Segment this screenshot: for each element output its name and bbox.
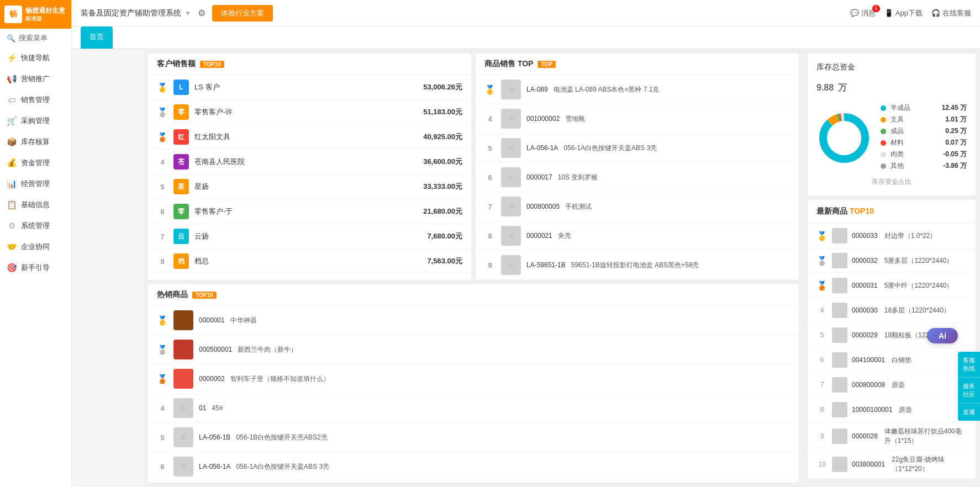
guide-icon: 🎯	[7, 263, 17, 273]
table-row: 🥈 零 零售客户-许 51,183.00元	[148, 100, 471, 125]
product-name: 智利车子里（规格不知道填什么）	[230, 374, 790, 384]
product-image	[832, 377, 847, 393]
rank-number: 8	[816, 406, 828, 414]
topbar-right: 💬 消息 6 📱 App下载 🎧 在线客服	[850, 8, 971, 18]
sidebar-item-coop[interactable]: 🤝 企业协同	[0, 236, 71, 257]
marketing-icon: 📢	[7, 74, 17, 84]
inventory-footer: 库存资金占比	[816, 177, 967, 187]
customer-value: 36,600.00元	[423, 157, 462, 167]
product-name: 18多层（1220*2440）	[884, 306, 967, 315]
sidebar-item-system[interactable]: ⚙ 系统管理	[0, 215, 71, 236]
product-sold-list: 🥇 图 LA-089 电池盖 LA-089 ABS本色+黑种 7.1克 4 图 …	[476, 75, 799, 280]
product-name: 新西兰牛肉（新牛）	[238, 345, 790, 354]
list-item: 🥇 0000033 封边带（1.0*22）	[808, 224, 976, 248]
legend-value: 0.07 万	[945, 138, 967, 147]
sidebar-item-marketing[interactable]: 📢 营销推广	[0, 68, 71, 89]
customer-service-button[interactable]: 客服热线	[958, 352, 980, 378]
product-code: 0000032	[852, 257, 878, 264]
product-image	[832, 228, 847, 244]
purchase-icon: 🛒	[7, 116, 17, 126]
product-image: 图	[501, 197, 521, 216]
product-name: 中华神器	[230, 316, 790, 325]
sidebar-item-guide[interactable]: 🎯 新手引导	[0, 257, 71, 278]
sidebar-item-operation[interactable]: 📊 经营管理	[0, 173, 71, 194]
product-name: 电池盖 LA-089 ABS本色+黑种 7.1克	[554, 85, 790, 94]
product-image: 图	[173, 427, 193, 447]
customer-value: 53,006.26元	[423, 82, 462, 92]
legend-dot	[881, 105, 886, 111]
customer-sales-title: 客户销售额 TOP10	[157, 59, 224, 69]
right-panel: 库存总资金 9.88 万	[803, 49, 980, 487]
customer-sales-badge: TOP10	[200, 61, 224, 68]
sidebar-item-inventory[interactable]: 📦 库存核算	[0, 131, 71, 152]
legend-dot	[881, 152, 886, 157]
settings-icon[interactable]: ⚙	[198, 8, 206, 18]
customer-name: 档总	[194, 256, 421, 266]
sidebar: 畅 畅捷通好生意 标准版 🔍 搜索菜单 ⚡ 快捷导航 📢 营销推广 🏷 销售管理…	[0, 0, 72, 487]
product-name: 056-1B白色按键开关壳ABS2壳	[236, 433, 790, 442]
product-code: 0000029	[852, 331, 878, 339]
legend-label-text: 成品	[891, 126, 904, 136]
live-stream-button[interactable]: 直播	[958, 404, 980, 421]
sidebar-item-purchase[interactable]: 🛒 采购管理	[0, 110, 71, 131]
table-row: 7 云 云扬 7,680.00元	[148, 224, 471, 249]
product-code: 10000100001	[852, 406, 892, 414]
online-service-item[interactable]: 🎧 在线客服	[931, 8, 971, 18]
sidebar-item-quick[interactable]: ⚡ 快捷导航	[0, 47, 71, 68]
sidebar-search[interactable]: 🔍 搜索菜单	[0, 29, 71, 47]
ai-label: Ai	[939, 331, 946, 340]
trial-button[interactable]: 体验行业方案	[212, 5, 273, 22]
product-image: 图	[501, 167, 521, 187]
product-code: LA-056-1A	[526, 144, 558, 152]
app-download-item[interactable]: 📱 App下载	[884, 8, 923, 18]
product-code: 0000021	[526, 232, 552, 240]
tab-home[interactable]: 首页	[81, 27, 113, 49]
inventory-number: 9.88	[816, 83, 834, 92]
table-row: 🥉 红 红太阳文具 40,925.00元	[148, 125, 471, 150]
list-item: 🥇 0000001 中华神器	[148, 306, 799, 335]
legend-item: 材料 0.07 万	[881, 138, 967, 147]
main-area: 装备及固定资产辅助管理系统 ▼ ⚙ 体验行业方案 💬 消息 6 📱 App下载 …	[72, 0, 980, 487]
avatar: 档	[173, 253, 189, 269]
system-name-text: 装备及固定资产辅助管理系统	[81, 8, 181, 18]
middle-panels: 客户销售额 TOP10 🥇 L LS 客户 53,006.26元	[144, 49, 803, 487]
ai-float-button[interactable]: Ai	[927, 328, 958, 343]
donut-chart	[816, 110, 872, 166]
hot-products-title-text: 热销商品	[157, 290, 188, 300]
product-image: 图	[501, 226, 521, 246]
service-community-button[interactable]: 服务社区	[958, 378, 980, 404]
rank-number: 4	[157, 158, 168, 166]
sidebar-item-base[interactable]: 📋 基础信息	[0, 194, 71, 215]
float-buttons: 客服热线 服务社区 直播	[958, 352, 980, 421]
legend-dot	[881, 163, 886, 169]
rank-number: 9	[816, 432, 828, 440]
avatar: 零	[173, 104, 189, 120]
customer-name: 零售客户-许	[194, 107, 418, 117]
product-name: 雪地靴	[565, 114, 790, 124]
customer-sales-panel: 客户销售额 TOP10 🥇 L LS 客户 53,006.26元	[148, 54, 471, 280]
product-image: 图	[501, 138, 521, 158]
sidebar-item-label: 资金管理	[21, 158, 50, 168]
bronze-medal-icon: 🥉	[816, 280, 828, 291]
message-item[interactable]: 💬 消息 6	[850, 8, 876, 18]
customer-sales-title-text: 客户销售额	[157, 59, 196, 69]
product-sold-header: 商品销售 TOP TOP	[476, 54, 799, 75]
sidebar-nav: 🔍 搜索菜单 ⚡ 快捷导航 📢 营销推广 🏷 销售管理 🛒 采购管理 📦 库存核…	[0, 29, 71, 487]
product-image	[832, 303, 847, 318]
customer-sales-header: 客户销售额 TOP10	[148, 54, 471, 75]
product-name: 10S 变刹罗猴	[558, 173, 790, 182]
sidebar-item-finance[interactable]: 💰 资金管理	[0, 152, 71, 173]
table-row: 9 图 LA-59651-1B 59651-1B旋转投影灯电池盒 ABS黑色+5…	[476, 251, 799, 280]
legend-label-text: 其他	[891, 161, 904, 171]
sidebar-item-sales[interactable]: 🏷 销售管理	[0, 89, 71, 110]
product-sold-panel: 商品销售 TOP TOP 🥇 图 LA-089 电池盖 LA-089 ABS本色…	[476, 54, 799, 280]
legend-label-text: 文具	[891, 115, 904, 124]
product-sold-title: 商品销售 TOP TOP	[484, 59, 556, 69]
list-item: 5 图 LA-056-1B 056-1B白色按键开关壳ABS2壳	[148, 423, 799, 452]
customer-value: 7,563.00元	[427, 256, 462, 266]
legend-item: 文具 1.01 万	[881, 115, 967, 124]
list-item: 10 003800001 22g鱼豆腐-烧烤味（1*12*20）	[808, 451, 976, 479]
legend-label-text: 肉类	[891, 150, 904, 159]
table-row: 6 零 零售客户-于 21,680.00元	[148, 199, 471, 224]
product-code: LA-056-1B	[199, 433, 230, 441]
